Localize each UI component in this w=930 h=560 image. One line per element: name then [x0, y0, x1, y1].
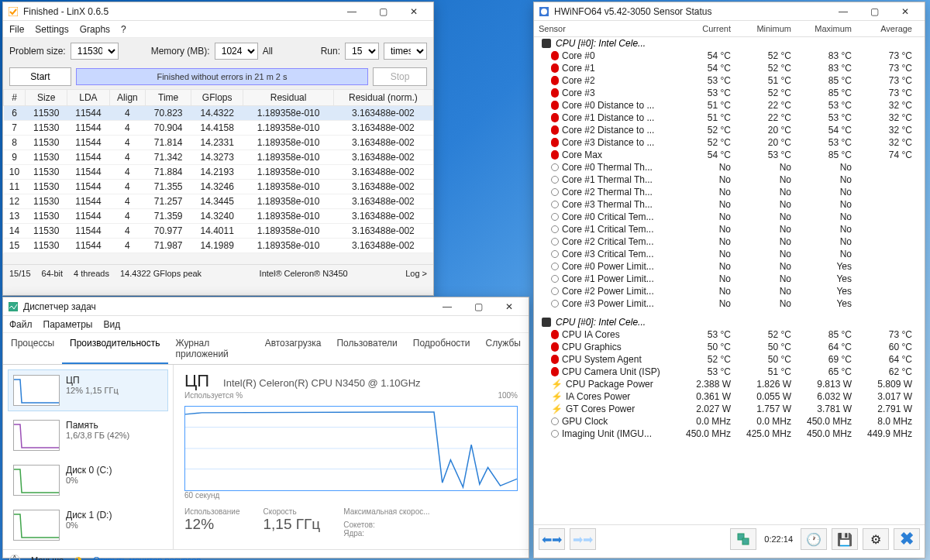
sensor-row[interactable]: Core #2 Critical Tem...NoNoNo [534, 235, 925, 248]
sensor-row[interactable]: CPU Camera Unit (ISP)53 °C51 °C65 °C62 °… [534, 366, 925, 378]
less-button[interactable]: Меньше [31, 555, 64, 561]
col-header[interactable]: Size [26, 90, 67, 106]
sensor-row[interactable]: CPU IA Cores53 °C52 °C85 °C73 °C [534, 328, 925, 341]
chevron-up-icon[interactable]: ˄ [9, 555, 20, 561]
col-average[interactable]: Average [859, 24, 920, 33]
menu-view[interactable]: Вид [103, 319, 120, 330]
sensor-row[interactable]: ⚡CPU Package Power2.388 W1.826 W9.813 W5… [534, 378, 925, 390]
menu-settings[interactable]: Settings [35, 24, 68, 35]
table-row[interactable]: 101153011544471.88414.21931.189358e-0103… [4, 165, 433, 180]
table-row[interactable]: 81153011544471.81414.23311.189358e-0103.… [4, 136, 433, 150]
sidebar-item-0[interactable]: ЦП12% 1,15 ГГц [8, 369, 168, 411]
sensor-row[interactable]: Imaging Unit (IMGU...450.0 MHz425.0 MHz4… [534, 428, 925, 440]
sensor-row[interactable]: CPU Graphics50 °C50 °C64 °C60 °C [534, 341, 925, 353]
sensor-row[interactable]: Core #353 °C52 °C85 °C73 °C [534, 87, 925, 99]
maximize-button[interactable]: ▢ [859, 4, 889, 19]
sensor-row[interactable]: Core #3 Power Limit...NoNoYes [534, 297, 925, 310]
times-select[interactable]: times [384, 43, 427, 60]
menu-file[interactable]: File [9, 24, 24, 35]
sensor-row[interactable]: Core #1 Critical Tem...NoNoNo [534, 223, 925, 235]
table-row[interactable]: 141153011544470.97714.40111.189358e-0103… [4, 224, 433, 239]
minimize-button[interactable]: — [337, 4, 367, 19]
sensor-group[interactable]: CPU [#0]: Intel Cele... [534, 37, 925, 50]
tm-titlebar[interactable]: Диспетчер задач — ▢ ✕ [3, 297, 529, 316]
menu-options[interactable]: Параметры [43, 319, 93, 330]
run-select[interactable]: 15 [345, 43, 379, 60]
tab-4[interactable]: Пользователи [329, 333, 405, 364]
close-button[interactable]: ✕ [890, 4, 920, 19]
settings-button[interactable]: ⚙ [863, 528, 889, 550]
sensor-row[interactable]: GPU Clock0.0 MHz0.0 MHz450.0 MHz8.0 MHz [534, 415, 925, 428]
sensor-row[interactable]: Core #253 °C51 °C85 °C73 °C [534, 74, 925, 87]
col-current[interactable]: Current [678, 24, 739, 33]
minimize-button[interactable]: — [432, 299, 462, 314]
sensor-row[interactable]: ⚡IA Cores Power0.361 W0.055 W6.032 W3.01… [534, 390, 925, 403]
col-header[interactable]: Time [146, 90, 191, 106]
sensor-row[interactable]: Core #3 Critical Tem...NoNoNo [534, 248, 925, 260]
sensor-row[interactable]: Core Max54 °C53 °C85 °C74 °C [534, 149, 925, 161]
sensor-row[interactable]: Core #3 Distance to ...52 °C20 °C53 °C32… [534, 136, 925, 149]
col-sensor[interactable]: Sensor [539, 24, 678, 33]
linx-titlebar[interactable]: Finished - LinX 0.6.5 — ▢ ✕ [3, 2, 433, 21]
close-button[interactable]: ✕ [399, 4, 429, 19]
col-header[interactable]: # [4, 90, 26, 106]
col-header[interactable]: Align [109, 90, 146, 106]
menu-file[interactable]: Файл [9, 319, 33, 330]
maximize-button[interactable]: ▢ [368, 4, 398, 19]
menu-graphs[interactable]: Graphs [80, 24, 110, 35]
sensor-row[interactable]: Core #1 Power Limit...NoNoYes [534, 273, 925, 285]
col-header[interactable]: LDA [67, 90, 109, 106]
menu-help[interactable]: ? [121, 24, 126, 35]
sensor-row[interactable]: CPU System Agent52 °C50 °C69 °C64 °C [534, 353, 925, 366]
sensor-group[interactable]: CPU [#0]: Intel Cele... [534, 316, 925, 328]
open-monitor-link[interactable]: Открыть монитор ресурсов [93, 555, 201, 561]
tab-1[interactable]: Производительность [62, 333, 167, 364]
col-header[interactable]: Residual (norm.) [333, 90, 432, 106]
start-button[interactable]: Start [9, 67, 71, 86]
table-row[interactable]: 91153011544471.34214.32731.189358e-0103.… [4, 150, 433, 165]
col-minimum[interactable]: Minimum [739, 24, 799, 33]
nav-back-button[interactable]: ⬅➡ [539, 528, 565, 550]
tab-3[interactable]: Автозагрузка [257, 333, 329, 364]
minimize-button[interactable]: — [828, 4, 858, 19]
table-row[interactable]: 71153011544470.90414.41581.189358e-0103.… [4, 121, 433, 136]
sensor-row[interactable]: Core #0 Distance to ...51 °C22 °C53 °C32… [534, 99, 925, 112]
col-maximum[interactable]: Maximum [799, 24, 859, 33]
clock-icon[interactable]: 🕐 [801, 528, 827, 550]
sensor-row[interactable]: Core #1 Distance to ...51 °C22 °C53 °C32… [534, 112, 925, 124]
tab-2[interactable]: Журнал приложений [168, 333, 257, 364]
sensor-row[interactable]: Core #054 °C52 °C83 °C73 °C [534, 50, 925, 62]
sidebar-item-3[interactable]: Диск 1 (D:)0% [8, 504, 168, 546]
save-button[interactable]: 💾 [832, 528, 858, 550]
sensor-row[interactable]: Core #0 Power Limit...NoNoYes [534, 260, 925, 273]
sensor-row[interactable]: Core #2 Thermal Th...NoNoNo [534, 186, 925, 198]
tab-5[interactable]: Подробности [405, 333, 478, 364]
close-toolbar-button[interactable]: ✖ [894, 528, 920, 550]
sensor-row[interactable]: Core #3 Thermal Th...NoNoNo [534, 198, 925, 211]
sensor-row[interactable]: Core #0 Thermal Th...NoNoNo [534, 161, 925, 173]
maximize-button[interactable]: ▢ [463, 299, 493, 314]
sensor-row[interactable]: ⚡GT Cores Power2.027 W1.757 W3.781 W2.79… [534, 403, 925, 415]
table-row[interactable]: 61153011544470.82314.43221.189358e-0103.… [4, 106, 433, 121]
table-row[interactable]: 111153011544471.35514.32461.189358e-0103… [4, 180, 433, 194]
sensor-row[interactable]: Core #0 Critical Tem...NoNoNo [534, 211, 925, 223]
status-cell[interactable]: Log > [405, 269, 427, 278]
sidebar-item-2[interactable]: Диск 0 (C:)0% [8, 459, 168, 501]
sidebar-item-1[interactable]: Память1,6/3,8 ГБ (42%) [8, 414, 168, 456]
sensor-row[interactable]: Core #2 Power Limit...NoNoYes [534, 285, 925, 297]
sensor-row[interactable]: Core #2 Distance to ...52 °C20 °C54 °C32… [534, 124, 925, 136]
tab-6[interactable]: Службы [478, 333, 529, 364]
sensor-row[interactable]: Core #1 Thermal Th...NoNoNo [534, 173, 925, 186]
col-header[interactable]: Residual [243, 90, 333, 106]
table-row[interactable]: 151153011544471.98714.19891.189358e-0103… [4, 239, 433, 253]
hw-titlebar[interactable]: HWiNFO64 v5.42-3050 Sensor Status — ▢ ✕ [534, 2, 925, 21]
refresh-button[interactable] [730, 528, 756, 550]
tab-0[interactable]: Процессы [3, 333, 62, 364]
table-row[interactable]: 121153011544471.25714.34451.189358e-0103… [4, 194, 433, 209]
hw-sensor-list[interactable]: CPU [#0]: Intel Cele...Core #054 °C52 °C… [534, 37, 925, 525]
close-button[interactable]: ✕ [494, 299, 524, 314]
problem-size-select[interactable]: 11530 [71, 43, 119, 60]
all-label[interactable]: All [263, 46, 273, 57]
table-row[interactable]: 131153011544471.35914.32401.189358e-0103… [4, 209, 433, 224]
sensor-row[interactable]: Core #154 °C52 °C83 °C73 °C [534, 62, 925, 74]
